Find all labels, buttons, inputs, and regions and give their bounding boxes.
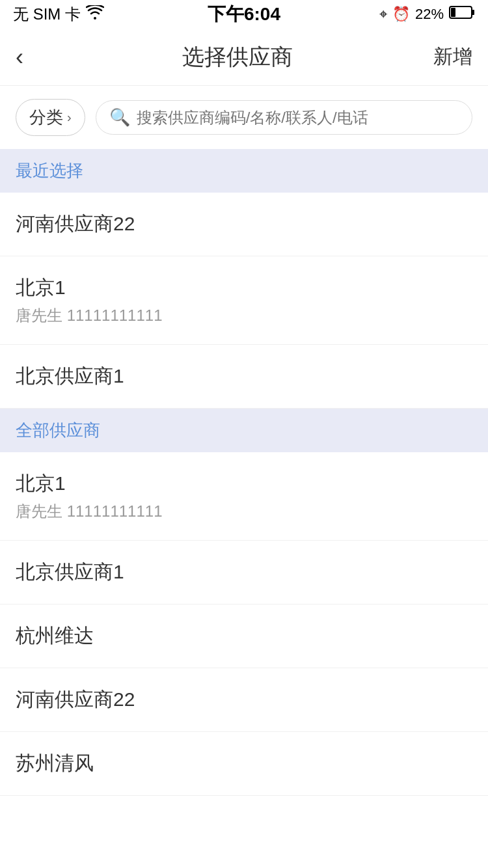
recent-list-item[interactable]: 河南供应商22 [0,193,488,256]
back-button[interactable]: ‹ [16,44,55,71]
item-sub: 唐先生 11111111111 [16,305,472,326]
category-filter-button[interactable]: 分类 › [16,99,85,136]
all-list-item[interactable]: 北京供应商1 [0,541,488,604]
category-label: 分类 [29,106,63,129]
all-section-header: 全部供应商 [0,409,488,452]
page-title: 选择供应商 [182,42,293,72]
item-name: 北京1 [16,470,472,497]
svg-rect-1 [472,10,474,15]
recent-section-header: 最近选择 [0,149,488,193]
all-section-label: 全部供应商 [16,420,100,440]
recent-section-label: 最近选择 [16,161,83,180]
location-icon: ⌖ [379,6,387,23]
search-icon: 🔍 [109,107,130,128]
battery-percent: 22% [415,6,444,23]
status-time: 下午6:04 [208,2,280,27]
recent-items-list: 河南供应商22北京1唐先生 11111111111北京供应商1 [0,193,488,409]
wifi-icon [86,5,104,23]
item-name: 北京供应商1 [16,559,472,586]
recent-list-item[interactable]: 北京1唐先生 11111111111 [0,256,488,345]
item-name: 河南供应商22 [16,211,472,237]
svg-rect-2 [451,8,455,17]
search-input[interactable] [137,109,459,127]
all-items-list: 北京1唐先生 11111111111北京供应商1杭州维达河南供应商22苏州清风 [0,452,488,796]
item-sub: 唐先生 11111111111 [16,501,472,522]
alarm-icon: ⏰ [392,6,410,23]
nav-bar: ‹ 选择供应商 新增 [0,29,488,86]
status-left: 无 SIM 卡 [13,4,104,25]
item-name: 北京1 [16,275,472,301]
chevron-right-icon: › [67,110,72,125]
all-list-item[interactable]: 河南供应商22 [0,668,488,732]
search-box[interactable]: 🔍 [96,100,472,135]
add-button[interactable]: 新增 [420,44,472,70]
item-name: 北京供应商1 [16,363,472,390]
battery-icon [449,6,475,23]
item-name: 苏州清风 [16,750,472,777]
status-bar: 无 SIM 卡 下午6:04 ⌖ ⏰ 22% [0,0,488,29]
item-name: 河南供应商22 [16,686,472,713]
all-list-item[interactable]: 杭州维达 [0,604,488,668]
all-list-item[interactable]: 苏州清风 [0,732,488,796]
sim-label: 无 SIM 卡 [13,4,81,25]
status-right: ⌖ ⏰ 22% [379,6,475,23]
recent-list-item[interactable]: 北京供应商1 [0,345,488,409]
item-name: 杭州维达 [16,623,472,649]
all-list-item[interactable]: 北京1唐先生 11111111111 [0,452,488,541]
filter-row: 分类 › 🔍 [0,86,488,149]
